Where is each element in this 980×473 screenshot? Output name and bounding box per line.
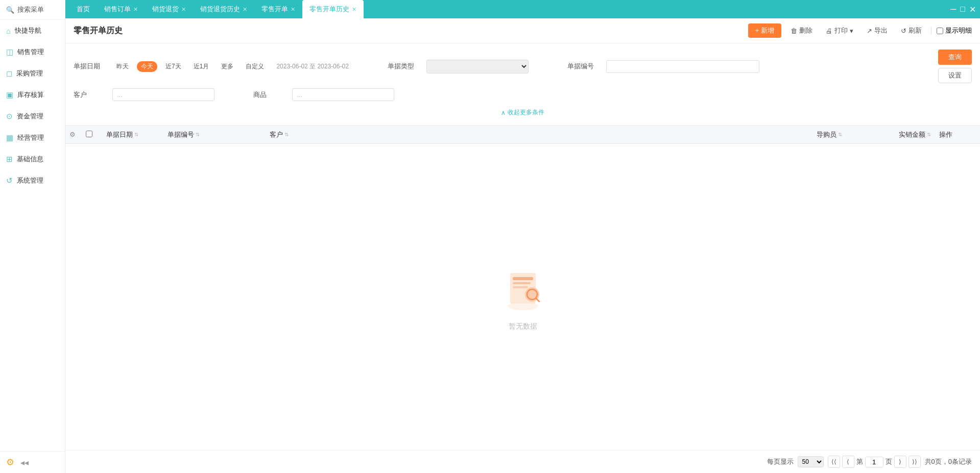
sidebar-item-basic-info[interactable]: ⊞ 基础信息 — [0, 148, 65, 170]
customer-input-wrapper[interactable]: ... — [112, 88, 214, 101]
export-button[interactable]: ↗ 导出 — [863, 24, 892, 37]
th-num-label: 单据编号 — [168, 130, 194, 139]
sidebar-item-quick-nav[interactable]: ⌂ 快捷导航 — [0, 20, 65, 41]
minimize-button[interactable]: ─ — [950, 5, 956, 14]
next-page-button[interactable]: ⟩ — [894, 456, 906, 468]
product-input-wrapper[interactable]: ... — [292, 88, 394, 101]
th-client-sort-icon: ⇅ — [284, 132, 289, 137]
date-btn-today[interactable]: 今天 — [137, 61, 157, 72]
th-amount-label: 实销金额 — [899, 130, 925, 139]
tab-sales-return-history[interactable]: 销货退货历史 ✕ — [193, 0, 254, 18]
sidebar-bottom: ⚙ ◂◂ — [0, 451, 65, 473]
doc-type-select-wrapper — [426, 60, 529, 73]
table-header: ⚙ 单据日期 ⇅ 单据编号 ⇅ 客户 ⇅ 导购员 ⇅ — [65, 126, 980, 144]
tab-retail-open-history-label: 零售开单历史 — [309, 5, 349, 14]
svg-rect-4 — [513, 286, 528, 288]
total-text: 共0页，0条记录 — [925, 457, 972, 466]
tab-retail-open-close[interactable]: ✕ — [291, 6, 295, 13]
tab-sales-return[interactable]: 销货退货 ✕ — [145, 0, 193, 18]
collapse-bar[interactable]: ∧ 收起更多条件 — [74, 106, 972, 119]
doc-type-select[interactable] — [426, 60, 529, 73]
settings-button[interactable]: 设置 — [938, 68, 972, 83]
doc-num-label: 单据编号 — [567, 62, 598, 71]
toolbar-divider — [931, 27, 931, 35]
tab-home[interactable]: 首页 — [69, 0, 97, 18]
sidebar-item-label: 销售管理 — [17, 47, 44, 57]
prev-page-button[interactable]: ⟨ — [842, 456, 854, 468]
add-button[interactable]: + 新增 — [748, 23, 781, 38]
date-btn-last1month[interactable]: 近1月 — [189, 61, 213, 72]
first-page-button[interactable]: ⟨⟨ — [828, 456, 840, 468]
date-btn-yesterday[interactable]: 昨天 — [112, 61, 133, 72]
sidebar-item-finance[interactable]: ⊙ 资金管理 — [0, 106, 65, 127]
select-all-checkbox[interactable] — [86, 131, 92, 137]
query-button[interactable]: 查询 — [938, 49, 972, 65]
print-label: 打印 — [834, 26, 848, 35]
tab-sales-return-close[interactable]: ✕ — [181, 6, 186, 13]
sidebar-search[interactable]: 🔍 搜索采单 — [0, 0, 65, 20]
th-date[interactable]: 单据日期 ⇅ — [102, 130, 163, 139]
date-btn-custom[interactable]: 自定义 — [242, 61, 268, 72]
sidebar-item-purchase-mgmt[interactable]: ◻ 采购管理 — [0, 63, 65, 84]
table-container: ⚙ 单据日期 ⇅ 单据编号 ⇅ 客户 ⇅ 导购员 ⇅ — [65, 126, 980, 450]
content-area: 零售开单历史 + 新增 🗑 删除 🖨 打印 ▾ ↗ 导出 ↺ — [65, 18, 980, 473]
tab-sales-order-close[interactable]: ✕ — [133, 6, 138, 13]
print-dropdown-icon: ▾ — [850, 27, 853, 35]
operations-icon: ▦ — [6, 133, 13, 142]
refresh-button[interactable]: ↺ 刷新 — [897, 24, 926, 37]
tab-bar: 首页 销售订单 ✕ 销货退货 ✕ 销货退货历史 ✕ 零售开单 ✕ 零售开单历史 … — [65, 0, 980, 18]
tab-retail-open[interactable]: 零售开单 ✕ — [254, 0, 302, 18]
filter-row-customer: 客户 ... 商品 ... — [74, 88, 972, 101]
table-select-all[interactable] — [86, 131, 102, 139]
table-settings-icon[interactable]: ⚙ — [69, 131, 86, 138]
customer-placeholder: ... — [117, 91, 123, 98]
th-action-label: 操作 — [939, 130, 952, 139]
tab-sales-return-history-close[interactable]: ✕ — [243, 6, 247, 13]
date-btn-more[interactable]: 更多 — [217, 61, 237, 72]
th-guide-sort-icon: ⇅ — [838, 132, 842, 137]
page-number-input[interactable] — [865, 457, 883, 467]
filter-section: 单据日期 昨天 今天 近7天 近1月 更多 自定义 2023-06-02 至 2… — [65, 43, 980, 126]
th-date-label: 单据日期 — [106, 130, 133, 139]
close-button[interactable]: ✕ — [969, 5, 976, 14]
inventory-icon: ▣ — [6, 90, 13, 99]
doc-num-input[interactable] — [606, 60, 759, 73]
display-checkbox[interactable] — [937, 28, 943, 34]
tab-retail-open-label: 零售开单 — [261, 5, 288, 14]
finance-icon: ⊙ — [6, 112, 13, 121]
print-button[interactable]: 🖨 打印 ▾ — [822, 24, 857, 37]
maximize-button[interactable]: □ — [960, 5, 965, 14]
page-title: 零售开单历史 — [74, 26, 123, 36]
th-guide[interactable]: 导购员 ⇅ — [812, 130, 874, 139]
th-num[interactable]: 单据编号 ⇅ — [163, 130, 266, 139]
sidebar-item-operations[interactable]: ▦ 经营管理 — [0, 127, 65, 148]
action-buttons: 查询 设置 — [938, 49, 972, 83]
sidebar-item-label: 经营管理 — [17, 133, 44, 142]
per-page-select[interactable]: 50 10 20 100 — [798, 456, 824, 467]
display-toggle[interactable]: 显示明细 — [937, 26, 972, 35]
pagination: 每页显示 50 10 20 100 ⟨⟨ ⟨ 第 页 ⟩ ⟩⟩ 共0页，0条记录 — [65, 450, 980, 473]
purchase-icon: ◻ — [6, 69, 12, 78]
per-page-label: 每页显示 — [767, 457, 794, 466]
sidebar-item-sales-mgmt[interactable]: ◫ 销售管理 — [0, 41, 65, 63]
sidebar-item-inventory[interactable]: ▣ 库存核算 — [0, 84, 65, 106]
home-icon: ⌂ — [6, 27, 11, 35]
tab-sales-order[interactable]: 销售订单 ✕ — [97, 0, 145, 18]
tab-retail-open-history[interactable]: 零售开单历史 ✕ — [302, 0, 364, 18]
product-placeholder: ... — [297, 91, 302, 98]
sidebar-item-system[interactable]: ↺ 系统管理 — [0, 170, 65, 191]
system-icon: ↺ — [6, 176, 13, 185]
collapse-sidebar-button[interactable]: ◂◂ — [20, 458, 29, 467]
tab-sales-return-history-label: 销货退货历史 — [200, 5, 240, 14]
export-label: 导出 — [874, 26, 888, 35]
th-client[interactable]: 客户 ⇅ — [266, 130, 812, 139]
delete-button[interactable]: 🗑 删除 — [786, 24, 817, 37]
th-amount[interactable]: 实销金额 ⇅ — [874, 130, 935, 139]
gear-button[interactable]: ⚙ — [6, 457, 14, 468]
th-guide-label: 导购员 — [817, 130, 836, 139]
date-btn-last7days[interactable]: 近7天 — [161, 61, 185, 72]
last-page-button[interactable]: ⟩⟩ — [909, 456, 921, 468]
svg-rect-3 — [513, 282, 531, 284]
sales-icon: ◫ — [6, 47, 13, 57]
tab-retail-open-history-close[interactable]: ✕ — [352, 6, 356, 13]
